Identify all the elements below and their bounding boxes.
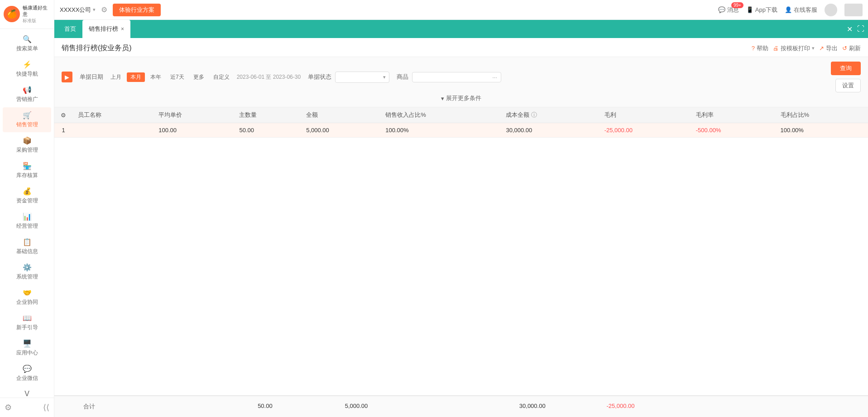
sidebar-label-12: 应用中心 [16,349,38,357]
sidebar-icon-11: 📖 [23,314,32,322]
collapse-icon[interactable]: ⟨⟨ [43,403,49,412]
trial-button[interactable]: 体验行业方案 [113,4,161,16]
sidebar-item-11[interactable]: 📖新手引导 [3,310,51,335]
col-settings[interactable]: ⚙ [54,107,72,123]
expand-button[interactable]: ▾ 展开更多条件 [441,94,481,102]
data-table: ⚙ 员工名称 平均单价 主数量 全额 销售收入占比% 成本全额 ⓘ 毛利 毛利率… [54,107,868,138]
row-avg-price: 100.00 [153,123,234,138]
avatar[interactable] [825,4,837,16]
col-sales-pct: 销售收入占比% [380,107,500,123]
table-head: ⚙ 员工名称 平均单价 主数量 全额 销售收入占比% 成本全额 ⓘ 毛利 毛利率… [54,107,868,123]
sidebar-item-4[interactable]: 📦采购管理 [3,133,51,158]
table-footer: 合计 50.00 5,000.00 30,000.00 -25,000.00 [54,395,868,417]
tab-close-icon[interactable]: × [121,26,124,32]
sidebar-item-3[interactable]: 🛒销售管理 [3,107,51,132]
export-button[interactable]: ↗ 导出 [819,44,838,53]
row-qty: 50.00 [234,123,301,138]
sidebar-item-0[interactable]: 🔍搜索菜单 [3,31,51,56]
sidebar-item-6[interactable]: 💰资金管理 [3,183,51,208]
sidebar-icon-6: 💰 [23,187,32,196]
sidebar-item-1[interactable]: ⚡快捷导航 [3,57,51,81]
status-select[interactable] [335,72,389,83]
col-avg-price: 平均单价 [153,107,234,123]
settings-icon[interactable]: ⚙ [5,403,12,412]
right-buttons: 查询 设置 [831,62,861,92]
sidebar-item-13[interactable]: 💬企业微信 [3,361,51,386]
header-settings-icon[interactable]: ⚙ [101,5,107,14]
footer-qty: 50.00 [252,400,340,413]
sidebar-icon-0: 🔍 [23,35,32,43]
footer-settings [60,400,78,413]
filter-area: ▶ 单据日期 上月 本月 本年 近7天 更多 自定义 2023-06-01 至 … [54,57,868,107]
sidebar-label-10: 企业协同 [16,298,38,306]
row-cost: 30,000.00 [500,123,599,138]
goods-input-wrapper: ··· [412,72,501,82]
sidebar-item-9[interactable]: ⚙️系统管理 [3,259,51,284]
date-tab-this-year[interactable]: 本年 [147,72,165,82]
cost-info-icon[interactable]: ⓘ [531,111,537,118]
tab-maximize-icon[interactable]: ⛶ [857,25,864,33]
row-sales-pct: 100.00% [380,123,500,138]
date-tab-7days[interactable]: 近7天 [167,72,188,82]
company-selector[interactable]: XXXXX公司 ▾ [60,6,96,14]
goods-filter-group: 商品 ··· [397,72,501,82]
sidebar-icon-7: 📊 [23,212,32,221]
row-employee [72,123,153,138]
expand-arrow-icon: ▾ [441,95,444,102]
user-name-placeholder [844,4,863,16]
col-employee: 员工名称 [72,107,153,123]
tab-home[interactable]: 首页 [58,20,82,38]
date-tab-last-month[interactable]: 上月 [107,72,125,82]
sidebar-item-2[interactable]: 📢营销推广 [3,82,51,107]
company-name: XXXXX公司 [60,6,91,14]
print-arrow-icon: ▾ [812,45,815,51]
sidebar-footer: ⚙ ⟨⟨ [0,398,54,417]
settings-button[interactable]: 设置 [835,79,861,92]
main-area: XXXXX公司 ▾ ⚙ 体验行业方案 💬 消息 99+ 📱 App下载 👤 在线… [54,0,868,417]
row-gross-rate: -500.00% [691,123,775,138]
print-button[interactable]: 🖨 按模板打印 ▾ [773,44,815,53]
tab-close-window-icon[interactable]: ✕ [847,25,853,34]
print-icon: 🖨 [773,45,779,52]
date-tab-more[interactable]: 更多 [190,72,208,82]
tab-sales-ranking[interactable]: 销售排行榜 × [82,20,130,38]
online-support-item[interactable]: 👤 在线客服 [785,6,817,14]
sidebar-label-13: 企业微信 [16,374,38,382]
sidebar-item-14[interactable]: V畅会员 [3,386,51,398]
filter-collapse-button[interactable]: ▶ [62,72,72,82]
help-button[interactable]: ? 帮助 [752,44,768,53]
date-tab-custom[interactable]: 自定义 [210,72,233,82]
sidebar-item-10[interactable]: 🤝企业协同 [3,285,51,310]
refresh-button[interactable]: ↺ 刷新 [842,44,861,53]
sidebar-item-8[interactable]: 📋基础信息 [3,234,51,259]
sidebar-item-7[interactable]: 📊经营管理 [3,209,51,234]
expand-label: 展开更多条件 [446,94,481,102]
sidebar-label-8: 基础信息 [16,248,38,255]
col-gross: 毛利 [599,107,691,123]
message-badge: 99+ [731,2,743,8]
date-tabs: 上月 本月 本年 近7天 更多 自定义 [107,72,233,82]
sidebar-item-12[interactable]: 🖥️应用中心 [3,336,51,360]
tab-right-actions: ✕ ⛶ [847,25,864,34]
col-qty: 主数量 [234,107,301,123]
sidebar-icon-12: 🖥️ [23,339,32,348]
tab-bar: 首页 销售排行榜 × ✕ ⛶ [54,20,868,38]
refresh-icon: ↺ [842,45,847,52]
sidebar-item-5[interactable]: 🏪库存核算 [3,158,51,183]
app-download-label: App下载 [755,6,777,14]
sidebar-logo: 🍊 畅康通好生意 标准版 [0,0,54,29]
row-total: 5,000.00 [301,123,380,138]
sidebar-label-3: 销售管理 [16,121,38,129]
sidebar-icon-8: 📋 [23,238,32,246]
company-arrow-icon: ▾ [93,7,96,13]
query-button[interactable]: 查询 [831,62,861,75]
export-icon: ↗ [819,45,824,52]
footer-gross-rate [688,400,776,413]
app-download-item[interactable]: 📱 App下载 [746,6,777,14]
sidebar-icon-9: ⚙️ [23,263,32,272]
date-tab-this-month[interactable]: 本月 [127,72,145,82]
goods-more-icon[interactable]: ··· [492,74,497,81]
content: 销售排行榜(按业务员) ? 帮助 🖨 按模板打印 ▾ ↗ 导出 [54,38,868,417]
message-item[interactable]: 💬 消息 99+ [718,6,739,14]
goods-input[interactable] [416,74,492,81]
